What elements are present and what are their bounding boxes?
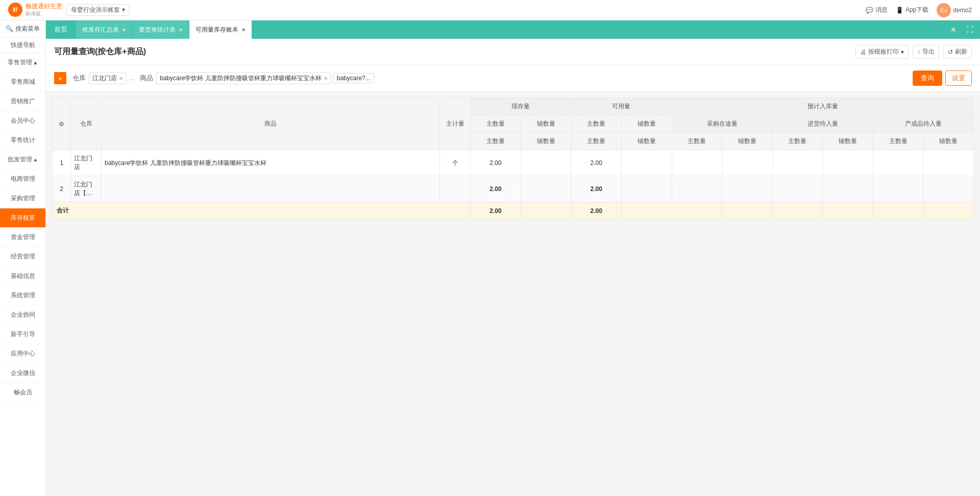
sidebar-item-label: 经营管理 — [11, 252, 35, 261]
sidebar-item-member[interactable]: 会员中心 — [0, 111, 45, 131]
cell-stock-main-1: 2.00 — [471, 150, 521, 176]
industry-selector[interactable]: 母婴行业演示账套 ▾ — [66, 4, 130, 16]
cell-ip-aux-1 — [823, 150, 873, 176]
sidebar-item-label: 基础信息 — [11, 272, 35, 280]
col-stock-main-qty2: 主数量 — [471, 133, 521, 150]
product-filter-tags: babycare学饮杯 儿童防摔防撞吸管杯重力球吸嘴杯宝宝水杯 ✕ babyca… — [156, 73, 374, 84]
cell-product-1: babycare学饮杯 儿童防摔防撞吸管杯重力球吸嘴杯宝宝水杯 — [102, 150, 440, 176]
col-product-header: 商品 — [102, 98, 440, 150]
col-ip-main: 主数量 — [772, 133, 823, 150]
sidebar-item-label: 新手引导 — [11, 330, 35, 339]
sidebar-item-finance[interactable]: 资金管理 — [0, 228, 45, 247]
tab-bar: 首页 收发存汇总表 ✕ 要货单统计表 ✕ 可用量库存账本 ✕ ✕ ⛶ — [46, 20, 980, 39]
message-btn[interactable]: 💬 消息 — [866, 6, 888, 14]
warehouse-tag-close[interactable]: ✕ — [119, 76, 123, 81]
total-pt-main — [672, 202, 722, 220]
user-profile[interactable]: Ea demo2 — [937, 3, 972, 17]
tab-expand-btn[interactable]: ⛶ — [964, 23, 976, 36]
col-production-pending-header: 产成品待入量 — [873, 115, 973, 133]
cell-unit-1: 个 — [440, 150, 471, 176]
sidebar-item-member2[interactable]: 畅会员 — [0, 383, 45, 403]
col-avail-main-qty: 主数量 — [571, 115, 622, 133]
sidebar-item-ecommerce[interactable]: 电商管理 — [0, 170, 45, 189]
total-avail-main: 2.00 — [571, 202, 622, 220]
sidebar-search[interactable]: 🔍 搜索菜单 — [0, 20, 45, 38]
sidebar-item-system[interactable]: 系统管理 — [0, 286, 45, 305]
col-avail-aux-qty2: 辅数量 — [621, 133, 672, 150]
sidebar-item-inventory[interactable]: 库存核算 — [0, 208, 45, 228]
product-tag-1-close[interactable]: ✕ — [324, 76, 328, 81]
tab-bar-end: ✕ ⛶ — [947, 23, 980, 36]
cell-pp-aux-2 — [923, 176, 974, 202]
tab-close-all-btn[interactable]: ✕ — [947, 23, 960, 36]
settings-button[interactable]: 设置 — [945, 70, 972, 86]
chevron-icon: ▲ — [33, 157, 38, 162]
col-main-unit-header: 主计量 — [440, 98, 471, 150]
tab-available-inventory[interactable]: 可用量库存账本 ✕ — [189, 20, 252, 39]
cell-pp-main-2 — [873, 176, 923, 202]
search-icon: 🔍 — [6, 25, 13, 32]
col-settings[interactable]: ⚙ — [53, 98, 71, 150]
cell-warehouse-2: 江北门店【... — [71, 176, 102, 202]
print-btn[interactable]: 🖨 按模板打印 ▾ — [855, 45, 909, 59]
top-bar-right: 💬 消息 📱 App下载 Ea demo2 — [866, 3, 972, 17]
col-expected-inbound-header: 预计入库量 — [672, 98, 974, 115]
sidebar-item-basic-info[interactable]: 基础信息 — [0, 267, 45, 286]
filter-expand-btn[interactable]: » — [54, 72, 66, 84]
sidebar-item-operations[interactable]: 经营管理 — [0, 247, 45, 267]
tab-close-available-inventory[interactable]: ✕ — [241, 27, 246, 33]
sidebar-item-retail-mgmt[interactable]: 零售管理 ▲ — [0, 53, 45, 73]
tab-close-order-stats[interactable]: ✕ — [179, 27, 183, 33]
product-tag-1[interactable]: babycare学饮杯 儿童防摔防撞吸管杯重力球吸嘴杯宝宝水杯 ✕ — [156, 73, 331, 84]
sidebar-item-retail-mall[interactable]: 零售商城 — [0, 73, 45, 92]
col-stock-aux-qty2: 辅数量 — [521, 133, 571, 150]
col-purchase-transit-header: 采购在途量 — [672, 115, 772, 133]
sidebar-item-app-center[interactable]: 应用中心 — [0, 344, 45, 364]
sidebar-item-label: 零售商城 — [11, 78, 35, 86]
sidebar-nav[interactable]: 快捷导航 — [0, 38, 45, 53]
total-pp-main — [873, 202, 923, 220]
page-header-actions: 🖨 按模板打印 ▾ ↑ 导出 ↺ 刷新 — [855, 45, 972, 59]
col-stock-main-qty: 主数量 — [471, 115, 521, 133]
export-label: 导出 — [922, 48, 935, 56]
warehouse-filter-more[interactable]: ... — [129, 75, 134, 82]
tab-payables[interactable]: 收发存汇总表 ✕ — [76, 20, 132, 39]
sidebar-item-wholesale-mgmt[interactable]: 批发管理 ▲ — [0, 150, 45, 170]
product-tag-2[interactable]: babycare?... — [333, 73, 374, 83]
col-stock-aux-qty: 辅数量 — [521, 115, 571, 133]
cell-avail-main-2: 2.00 — [571, 176, 622, 202]
sidebar-item-wechat[interactable]: 企业微信 — [0, 364, 45, 383]
warehouse-filter-tags: 江北门店 ✕ ... — [89, 73, 134, 84]
warehouse-tag[interactable]: 江北门店 ✕ — [89, 73, 127, 84]
sidebar-item-label: 会员中心 — [11, 116, 35, 125]
refresh-btn[interactable]: ↺ 刷新 — [943, 45, 972, 59]
table-row: 2 江北门店【... 2.00 2.00 — [53, 176, 974, 202]
tab-home[interactable]: 首页 — [46, 20, 76, 39]
total-row: 合计 2.00 2.00 — [53, 202, 974, 220]
sidebar-item-retail-stat[interactable]: 零售统计 — [0, 131, 45, 150]
query-button[interactable]: 查询 — [913, 70, 942, 86]
app-download-btn[interactable]: 📱 App下载 — [896, 6, 928, 14]
total-stock-aux — [521, 202, 571, 220]
settings-icon[interactable]: ⚙ — [59, 121, 64, 128]
sidebar-item-purchase[interactable]: 采购管理 — [0, 189, 45, 208]
cell-avail-main-1: 2.00 — [571, 150, 622, 176]
cell-stock-main-2: 2.00 — [471, 176, 521, 202]
cell-ip-aux-2 — [823, 176, 873, 202]
cell-avail-aux-2 — [621, 176, 672, 202]
filter-actions: 查询 设置 — [913, 70, 972, 86]
sidebar-item-newbie[interactable]: 新手引导 — [0, 325, 45, 344]
sidebar-item-enterprise[interactable]: 企业协同 — [0, 305, 45, 325]
industry-label: 母婴行业演示账套 — [71, 6, 120, 14]
sidebar-item-marketing[interactable]: 营销推广 — [0, 92, 45, 111]
sidebar-item-label: 畅会员 — [14, 388, 32, 397]
cell-avail-aux-1 — [621, 150, 672, 176]
cell-ip-main-1 — [772, 150, 823, 176]
col-avail-aux-qty: 辅数量 — [621, 115, 672, 133]
filter-area: » 仓库 江北门店 ✕ ... 商品 babycare — [46, 65, 980, 91]
tab-close-payables[interactable]: ✕ — [122, 27, 126, 33]
logo-text: 畅捷通好生意 — [26, 3, 62, 10]
export-btn[interactable]: ↑ 导出 — [913, 45, 939, 59]
tab-order-stats[interactable]: 要货单统计表 ✕ — [132, 20, 189, 39]
app-download-label: App下载 — [905, 6, 928, 14]
